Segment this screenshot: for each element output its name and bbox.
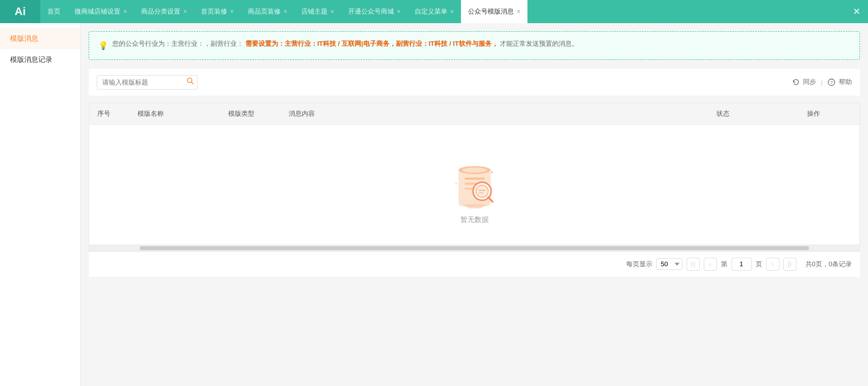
tab-label-product-category: 商品分类设置 [141,7,180,16]
app-logo: Ai [0,0,40,23]
main-layout: 模版消息模版消息记录 💡 您的公众号行业为：主营行业：，副营行业： 需要设置为：… [0,23,868,386]
help-button[interactable]: ? 帮助 [828,78,852,87]
tab-label-home: 首页 [47,7,60,16]
global-close-button[interactable]: ✕ [845,0,868,23]
tab-label-wechat-shop: 微商城店铺设置 [75,7,120,16]
tab-close-home-decoration[interactable]: × [230,8,234,15]
tab-home-decoration[interactable]: 首页装修× [194,0,241,23]
di-label: 第 [721,260,727,269]
sidebar-item-template-msg-record[interactable]: 模版消息记录 [0,49,80,70]
col-content: 消息内容 [281,103,708,124]
svg-rect-15 [479,192,484,194]
col-name: 模版名称 [129,103,220,124]
tab-wechat-shop[interactable]: 微商城店铺设置× [68,0,134,23]
tabs-container: 首页微商城店铺设置×商品分类设置×首页装修×商品页装修×店铺主题×开通公众号商城… [40,0,845,23]
svg-text:✦: ✦ [490,170,494,175]
tab-open-shop[interactable]: 开通公众号商城× [341,0,408,23]
tab-close-shop-theme[interactable]: × [330,8,334,15]
sidebar-item-template-msg[interactable]: 模版消息 [0,28,80,49]
notice-banner: 💡 您的公众号行业为：主营行业：，副营行业： 需要设置为：主营行业：IT科技 /… [89,31,860,60]
search-bar: 同步 | ? 帮助 [89,69,860,96]
sidebar: 模版消息模版消息记录 [0,23,81,386]
svg-point-7 [462,168,487,173]
tab-product-category[interactable]: 商品分类设置× [134,0,194,23]
notice-text: 您的公众号行业为：主营行业：，副营行业： 需要设置为：主营行业：IT科技 / 互… [112,39,578,49]
search-button[interactable] [186,77,194,87]
sync-button[interactable]: 同步 [792,78,816,87]
table-header: 序号 模版名称 模版类型 消息内容 状态 操作 [89,103,859,125]
next-page-button[interactable]: › [766,258,779,271]
col-status: 状态 [708,103,799,124]
svg-point-12 [476,185,488,197]
svg-text:?: ? [830,80,833,85]
svg-rect-8 [464,178,485,180]
tab-close-template-msg[interactable]: × [517,8,520,15]
sync-label: 同步 [803,78,816,87]
tab-custom-menu[interactable]: 自定义菜单× [408,0,461,23]
empty-text: 暂无数据 [460,215,489,224]
page-label: 页 [756,260,762,269]
last-page-button[interactable]: |⟩ [783,258,796,271]
table-wrap: 序号 模版名称 模版类型 消息内容 状态 操作 [89,103,860,251]
col-action: 操作 [799,103,859,124]
tab-label-custom-menu: 自定义菜单 [415,7,447,16]
top-nav: Ai 首页微商城店铺设置×商品分类设置×首页装修×商品页装修×店铺主题×开通公众… [0,0,868,23]
first-page-button[interactable]: ⟨| [687,258,700,271]
col-type: 模版类型 [220,103,281,124]
page-size-label: 每页显示 [626,260,652,269]
page-total: 共0页，0条记录 [806,260,852,269]
tab-close-wechat-shop[interactable]: × [123,8,127,15]
prev-page-button[interactable]: ‹ [704,258,717,271]
pagination: 每页显示 102050100 ⟨| ‹ 第 1 页 › |⟩ 共0页，0条记录 [89,251,860,277]
tab-label-shop-theme: 店铺主题 [301,7,327,16]
help-label: 帮助 [839,78,852,87]
scrollbar-thumb[interactable] [140,246,809,250]
search-input[interactable] [97,75,197,90]
tab-label-home-decoration: 首页装修 [201,7,227,16]
svg-text:✦: ✦ [454,182,458,186]
svg-line-1 [191,82,193,84]
search-right: 同步 | ? 帮助 [792,78,852,87]
tab-close-custom-menu[interactable]: × [450,8,454,15]
notice-highlight: 需要设置为：主营行业：IT科技 / 互联网|电子商务，副营行业：IT科技 / I… [245,40,498,47]
search-input-wrap [97,75,197,90]
col-index: 序号 [89,103,129,124]
tab-shop-theme[interactable]: 店铺主题× [294,0,341,23]
page-size-select[interactable]: 102050100 [656,258,683,270]
page-input[interactable]: 1 [731,258,752,271]
tab-label-product-decoration: 商品页装修 [248,7,281,16]
search-left [97,75,197,90]
empty-state: ✦ ✦ 暂无数据 [89,125,859,245]
tab-close-open-shop[interactable]: × [397,8,400,15]
tab-close-product-decoration[interactable]: × [284,8,287,15]
divider: | [821,79,823,86]
tab-template-msg[interactable]: 公众号模版消息× [461,0,527,23]
tab-home[interactable]: 首页 [40,0,68,23]
notice-prefix: 您的公众号行业为：主营行业：，副营行业： [112,40,243,47]
notice-icon: 💡 [98,39,108,52]
content-area: 💡 您的公众号行业为：主营行业：，副营行业： 需要设置为：主营行业：IT科技 /… [81,23,868,386]
horizontal-scrollbar[interactable] [89,245,859,251]
svg-rect-14 [479,190,486,191]
tab-label-open-shop: 开通公众号商城 [348,7,394,16]
empty-illustration: ✦ ✦ [444,155,505,215]
tab-label-template-msg: 公众号模版消息 [468,7,514,16]
tab-close-product-category[interactable]: × [183,8,187,15]
notice-suffix: 才能正常发送预置的消息。 [500,40,578,47]
tab-product-decoration[interactable]: 商品页装修× [241,0,294,23]
